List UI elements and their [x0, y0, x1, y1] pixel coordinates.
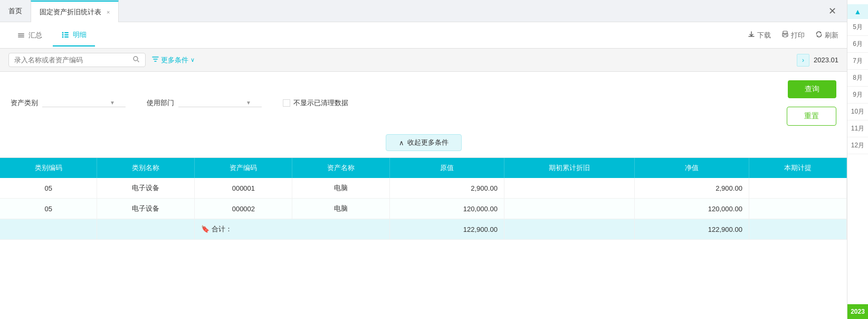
more-filters-button[interactable]: 更多条件 ∨: [152, 55, 195, 65]
col-current-depreciation: 本期计提: [749, 158, 846, 178]
table-cell: 05: [0, 178, 97, 199]
print-label: 打印: [791, 31, 805, 40]
filter-row-1: 资产类别 ▼ 使用部门 ▼ 不显示已清理数据: [11, 80, 836, 126]
col-asset-code: 资产编码: [195, 158, 292, 178]
refresh-icon: [815, 31, 823, 40]
active-tab-label: 固定资产折旧统计表: [40, 7, 101, 17]
search-input[interactable]: [14, 56, 129, 64]
asset-category-select[interactable]: ▼: [42, 99, 126, 107]
sidebar-year[interactable]: 2023: [847, 304, 869, 319]
asset-category-field: 资产类别 ▼: [11, 98, 126, 108]
department-field: 使用部门 ▼: [147, 98, 262, 108]
layers-icon: [17, 31, 25, 40]
table-header-row: 类别编码 类别名称 资产编码 资产名称 原值 期初累计折旧 净值 本期计提: [0, 158, 847, 178]
total-value-cell: [504, 219, 635, 240]
window-close-button[interactable]: ✕: [818, 0, 847, 22]
sidebar-scroll-up[interactable]: ▲: [847, 4, 869, 19]
sidebar-month-item[interactable]: 10月: [847, 104, 869, 120]
total-text: 合计：: [212, 225, 232, 233]
tab-detail[interactable]: 明细: [53, 24, 95, 46]
download-icon: [748, 31, 755, 40]
svg-point-5: [62, 34, 64, 35]
refresh-label: 刷新: [825, 31, 838, 40]
content-panel: 汇总 明细: [0, 22, 847, 319]
table-cell: 电子设备: [97, 199, 195, 219]
sidebar-month-item[interactable]: 11月: [847, 120, 869, 137]
sidebar-month-item[interactable]: 7月: [847, 53, 869, 70]
total-value-cell: [749, 219, 846, 240]
search-icon: [132, 55, 140, 64]
sidebar-months: 5月6月7月8月9月10月11月12月: [847, 19, 869, 154]
asset-category-label: 资产类别: [11, 98, 38, 108]
sub-tabs: 汇总 明细: [8, 24, 95, 46]
svg-rect-2: [18, 33, 24, 34]
svg-rect-8: [64, 36, 69, 37]
hide-cleared-field[interactable]: 不显示已清理数据: [283, 98, 348, 108]
list-icon: [61, 31, 70, 39]
table-cell: 电脑: [292, 199, 390, 219]
col-category-code: 类别编码: [0, 158, 97, 178]
sidebar-month-item[interactable]: 6月: [847, 36, 869, 53]
table-cell: 120,000.00: [390, 199, 504, 219]
svg-rect-11: [784, 35, 787, 37]
table-cell: 000002: [195, 199, 292, 219]
sidebar-month-item[interactable]: 5月: [847, 19, 869, 36]
query-button[interactable]: 查询: [788, 80, 836, 98]
right-sidebar: ▲ 5月6月7月8月9月10月11月12月 2023: [847, 0, 868, 319]
tab-home[interactable]: 首页: [0, 0, 31, 22]
download-label: 下载: [757, 31, 771, 40]
department-label: 使用部门: [147, 98, 174, 108]
tab-close-icon[interactable]: ×: [107, 9, 110, 15]
tab-summary[interactable]: 汇总: [8, 24, 51, 46]
asset-category-arrow: ▼: [110, 100, 115, 106]
col-category-name: 类别名称: [97, 158, 195, 178]
detail-tab-label: 明细: [73, 30, 87, 40]
department-arrow: ▼: [246, 100, 251, 106]
col-original-value: 原值: [390, 158, 504, 178]
date-nav-button[interactable]: ›: [797, 54, 809, 67]
filter-arrow: ∨: [190, 57, 195, 63]
sidebar-month-item[interactable]: 12月: [847, 137, 869, 154]
search-input-wrapper[interactable]: [8, 53, 146, 67]
print-icon: [781, 31, 789, 40]
search-bar-right: › 2023.01: [797, 54, 838, 67]
svg-line-13: [138, 61, 139, 62]
data-table: 类别编码 类别名称 资产编码 资产名称 原值 期初累计折旧 净值 本期计提 05…: [0, 158, 847, 240]
table-cell: 2,900.00: [390, 178, 504, 199]
filter-icon: [152, 56, 159, 64]
home-tab-label: 首页: [8, 6, 22, 16]
total-value-cell: 122,900.00: [390, 219, 504, 240]
total-value-cell: 122,900.00: [635, 219, 749, 240]
col-asset-name: 资产名称: [292, 158, 390, 178]
table-row: 05电子设备000001电脑2,900.002,900.00: [0, 178, 847, 199]
filter-label: 更多条件: [161, 55, 188, 65]
total-empty-1: [0, 219, 97, 240]
table-cell: 电子设备: [97, 178, 195, 199]
col-initial-depreciation: 期初累计折旧: [504, 158, 635, 178]
print-button[interactable]: 打印: [781, 31, 805, 40]
svg-rect-6: [64, 34, 69, 35]
collapse-button[interactable]: ∧ 收起更多条件: [386, 134, 462, 151]
svg-rect-1: [18, 35, 24, 36]
tab-bar: 首页 固定资产折旧统计表 × ✕: [0, 0, 847, 22]
sub-tab-actions: 下载 打印: [748, 31, 838, 40]
svg-point-7: [62, 36, 64, 37]
table-cell: [504, 199, 635, 219]
sidebar-month-item[interactable]: 8月: [847, 70, 869, 87]
reset-button[interactable]: 重置: [787, 107, 836, 126]
download-button[interactable]: 下载: [748, 31, 771, 40]
refresh-button[interactable]: 刷新: [815, 31, 838, 40]
hide-cleared-checkbox[interactable]: [283, 99, 290, 107]
table-cell: [749, 178, 846, 199]
svg-point-12: [133, 57, 138, 61]
table-cell: 2,900.00: [635, 178, 749, 199]
search-bar: 更多条件 ∨ › 2023.01: [0, 49, 847, 72]
table-cell: 120,000.00: [635, 199, 749, 219]
filter-panel: 资产类别 ▼ 使用部门 ▼ 不显示已清理数据: [0, 72, 847, 158]
tab-depreciation[interactable]: 固定资产折旧统计表 ×: [31, 1, 119, 23]
table-cell: 电脑: [292, 178, 390, 199]
department-select[interactable]: ▼: [178, 99, 262, 107]
total-row: 🔖合计：122,900.00122,900.00: [0, 219, 847, 240]
sub-tab-bar: 汇总 明细: [0, 22, 847, 49]
sidebar-month-item[interactable]: 9月: [847, 87, 869, 104]
